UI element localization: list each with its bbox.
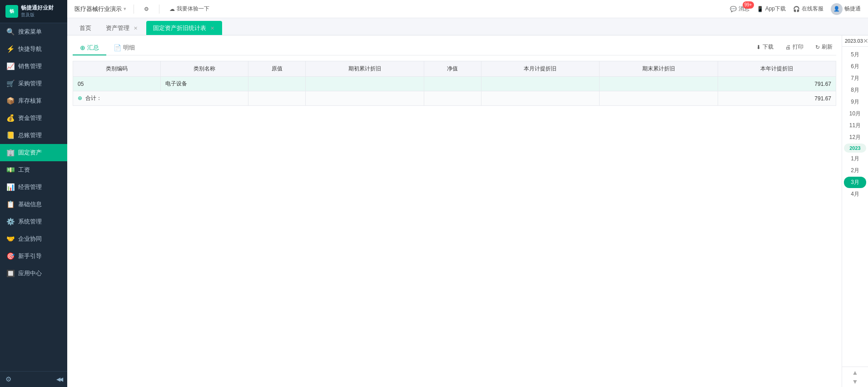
cooperation-label: 企业协同	[18, 235, 42, 243]
sidebar-search[interactable]: 🔍 搜索菜单	[0, 23, 67, 40]
experience-button[interactable]: ☁ 我要体验一下	[167, 4, 212, 14]
date-item-2023-1[interactable]: 1月	[844, 153, 866, 164]
sidebar-item-system[interactable]: ⚙️ 系统管理	[0, 213, 67, 230]
sidebar-item-guide[interactable]: 🎯 新手引导	[0, 248, 67, 265]
date-item-2023-3[interactable]: 3月	[844, 177, 866, 188]
sub-tab-summary[interactable]: ⊕ 汇总	[73, 41, 106, 55]
date-item-8[interactable]: 8月	[844, 84, 866, 96]
sidebar-item-ledger[interactable]: 📒 总账管理	[0, 127, 67, 144]
operations-label: 经营管理	[18, 183, 42, 191]
inventory-icon: 📦	[6, 97, 15, 105]
inventory-label: 库存核算	[18, 97, 42, 105]
table-row: 05 电子设备 791.67	[73, 77, 836, 91]
col-monthly-depreciation: 本月计提折旧	[481, 61, 599, 77]
panel-year-label: 2023.03	[845, 38, 863, 44]
customer-service-label: 在线客服	[802, 5, 823, 13]
panel-nav: ▲ ▼	[842, 367, 868, 387]
app-logo: 畅	[5, 5, 18, 18]
experience-icon: ☁	[169, 6, 175, 12]
summary-accumulated	[306, 91, 424, 106]
finance-icon: 💰	[6, 114, 15, 122]
cell-monthly-depreciation	[481, 77, 599, 91]
sidebar-item-cooperation[interactable]: 🤝 企业协同	[0, 230, 67, 248]
app-center-label: 应用中心	[18, 269, 42, 278]
ledger-icon: 📒	[6, 131, 15, 139]
finance-label: 资金管理	[18, 114, 42, 122]
sidebar-item-payroll[interactable]: 💵 工资	[0, 161, 67, 179]
printer-icon: 🖨	[785, 44, 791, 50]
sidebar-collapse-icon[interactable]: ◀◀	[56, 376, 62, 382]
company-dropdown-icon: ▾	[124, 6, 126, 12]
messages-button[interactable]: 💬 消息 99+	[730, 5, 749, 13]
refresh-icon: ↻	[815, 44, 820, 50]
tab-depreciation-report-close[interactable]: ✕	[209, 25, 215, 31]
purchase-icon: 🛒	[6, 79, 15, 88]
sidebar-item-app-center[interactable]: 🔲 应用中心	[0, 265, 67, 282]
app-download-button[interactable]: 📱 App下载	[757, 5, 786, 13]
tab-asset-management[interactable]: 资产管理 ✕	[99, 21, 145, 35]
sub-tabs: ⊕ 汇总 📄 明细 ⬇ 下载 🖨 打印	[73, 41, 836, 55]
app-download-label: App下载	[765, 5, 786, 13]
date-item-9[interactable]: 9月	[844, 96, 866, 108]
topbar-right: 💬 消息 99+ 📱 App下载 🎧 在线客服 👤 畅捷通	[730, 3, 861, 15]
gear-icon: ⚙	[144, 6, 149, 12]
panel-nav-down[interactable]: ▼	[852, 378, 858, 385]
username: 畅捷通	[844, 5, 861, 13]
tab-home[interactable]: 首页	[73, 21, 98, 35]
date-item-11[interactable]: 11月	[844, 120, 866, 131]
date-item-7[interactable]: 7月	[844, 73, 866, 84]
content-main: ⊕ 汇总 📄 明细 ⬇ 下载 🖨 打印	[67, 35, 842, 387]
date-panel: 2023.03 ✕ ⛶ 5月 6月 7月 8月 9月 10月 11月 12月 2…	[842, 35, 868, 387]
date-item-6[interactable]: 6月	[844, 61, 866, 72]
sidebar-settings-icon[interactable]: ⚙	[5, 375, 11, 383]
system-label: 系统管理	[18, 218, 42, 226]
date-item-10[interactable]: 10月	[844, 108, 866, 119]
summary-period-end	[600, 91, 718, 106]
sidebar-item-basic-info[interactable]: 📋 基础信息	[0, 196, 67, 213]
sidebar-item-inventory[interactable]: 📦 库存核算	[0, 92, 67, 109]
company-selector[interactable]: 医疗器械行业演示 ▾	[74, 5, 126, 13]
download-label: 下载	[763, 43, 774, 51]
sidebar-item-purchase[interactable]: 🛒 采购管理	[0, 75, 67, 92]
cell-category-code: 05	[73, 77, 161, 91]
refresh-button[interactable]: ↻ 刷新	[812, 42, 836, 52]
col-category-name: 类别名称	[161, 61, 248, 77]
guide-icon: 🎯	[6, 252, 15, 260]
user-menu[interactable]: 👤 畅捷通	[831, 3, 861, 15]
settings-button[interactable]: ⚙	[141, 5, 152, 13]
print-button[interactable]: 🖨 打印	[782, 42, 807, 52]
date-item-2023-4[interactable]: 4月	[844, 189, 866, 200]
panel-nav-up[interactable]: ▲	[852, 369, 858, 376]
detail-tab-icon: 📄	[114, 44, 121, 51]
basic-info-label: 基础信息	[18, 200, 42, 208]
summary-label: ⊕ 合计：	[73, 91, 248, 106]
sidebar-item-sales[interactable]: 📈 销售管理	[0, 58, 67, 75]
system-icon: ⚙️	[6, 218, 15, 226]
customer-service-button[interactable]: 🎧 在线客服	[793, 5, 823, 13]
quick-nav-icon: ⚡	[6, 45, 15, 53]
panel-close-button[interactable]: ✕	[863, 37, 868, 45]
search-icon: 🔍	[6, 28, 15, 36]
message-icon: 💬	[730, 6, 737, 12]
sub-tab-detail[interactable]: 📄 明细	[106, 41, 142, 55]
year-2023-label[interactable]: 2023	[844, 144, 866, 153]
date-item-12[interactable]: 12月	[844, 132, 866, 143]
sidebar-footer: ⚙ ◀◀	[0, 371, 67, 387]
date-item-2023-2[interactable]: 2月	[844, 165, 866, 176]
sidebar-item-fixed-assets[interactable]: 🏢 固定资产	[0, 144, 67, 161]
cell-original-value	[248, 77, 306, 91]
date-item-5[interactable]: 5月	[844, 49, 866, 60]
download-button[interactable]: ⬇ 下载	[753, 42, 777, 52]
cell-net-value	[424, 77, 481, 91]
sidebar-item-finance[interactable]: 💰 资金管理	[0, 109, 67, 127]
sidebar-header: 畅 畅捷通好业财 普及版	[0, 0, 67, 23]
col-period-end-depreciation: 期末累计折旧	[600, 61, 718, 77]
tab-asset-management-close[interactable]: ✕	[132, 25, 139, 31]
tab-depreciation-report[interactable]: 固定资产折旧统计表 ✕	[146, 21, 222, 35]
sidebar-item-operations[interactable]: 📊 经营管理	[0, 179, 67, 196]
depreciation-table: 类别编码 类别名称 原值 期初累计折旧 净值 本月计提折旧 期末累计折旧 本年计…	[73, 61, 836, 106]
payroll-icon: 💵	[6, 166, 15, 174]
avatar: 👤	[831, 3, 843, 15]
sidebar-item-quick-nav[interactable]: ⚡ 快捷导航	[0, 40, 67, 58]
topbar-divider-2	[159, 5, 159, 14]
